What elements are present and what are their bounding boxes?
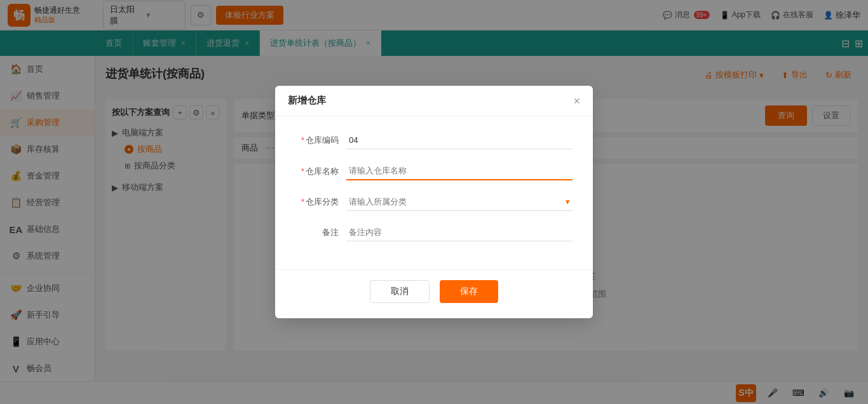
code-input[interactable] (346, 131, 573, 149)
form-row-name: *仓库名称 (295, 162, 573, 180)
cancel-button[interactable]: 取消 (370, 280, 430, 303)
save-button[interactable]: 保存 (440, 280, 498, 303)
modal-body: *仓库编码 *仓库名称 *仓库分类 ▾ (275, 116, 593, 269)
category-dropdown-arrow[interactable]: ▾ (566, 197, 570, 206)
modal-close-button[interactable]: × (573, 95, 580, 107)
note-input[interactable] (346, 224, 573, 241)
category-select-container: ▾ (346, 193, 573, 211)
form-row-category: *仓库分类 ▾ (295, 193, 573, 211)
code-label: *仓库编码 (295, 135, 346, 146)
note-label: 备注 (295, 227, 346, 238)
name-label: *仓库名称 (295, 166, 346, 177)
form-row-code: *仓库编码 (295, 131, 573, 149)
modal-overlay: 新增仓库 × *仓库编码 *仓库名称 *仓库分类 (0, 0, 868, 404)
name-input[interactable] (346, 162, 573, 180)
category-label: *仓库分类 (295, 196, 346, 208)
form-row-note: 备注 (295, 224, 573, 241)
add-warehouse-modal: 新增仓库 × *仓库编码 *仓库名称 *仓库分类 (275, 86, 593, 318)
modal-footer: 取消 保存 (275, 269, 593, 318)
category-input[interactable] (349, 197, 566, 206)
modal-header: 新增仓库 × (275, 86, 593, 116)
modal-title: 新增仓库 (288, 95, 326, 107)
